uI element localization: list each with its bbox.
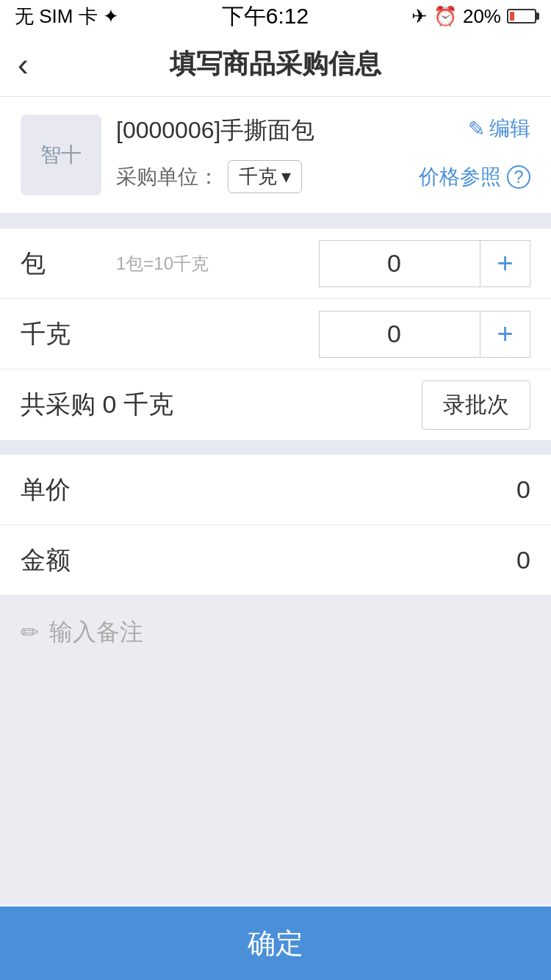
bag-plus-button[interactable]: + [480,240,530,287]
status-left: 无 SIM 卡 ✦ [15,4,119,29]
section-divider-2 [0,440,551,455]
remark-section[interactable]: ✏ 输入备注 [0,596,551,684]
bag-input-row: 包 1包=10千克 + [0,228,551,299]
kg-input-row: 千克 + [0,299,551,370]
unit-price-value: 0 [516,475,530,504]
status-bar: 无 SIM 卡 ✦ 下午6:12 ✈ ⏰ 20% [0,0,551,32]
product-meta: 采购单位： 千克 ▾ 价格参照 ? [116,160,530,193]
confirm-button[interactable]: 确定 [0,907,551,980]
bag-field-wrap: + [209,240,530,287]
product-id: [0000006] [116,117,220,143]
location-icon: ✈ [411,5,428,28]
unit-price-row: 单价 0 [0,455,551,525]
summary-label: 共采购 0 千克 [21,388,173,422]
input-section: 包 1包=10千克 + 千克 + 共采购 0 千克 录批次 [0,228,551,440]
bag-sublabel: 1包=10千克 [116,252,209,275]
kg-label: 千克 [21,317,109,351]
edit-button[interactable]: ✎ 编辑 [468,115,530,143]
product-thumbnail: 智十 [21,115,101,195]
kg-field-wrap: + [109,311,530,358]
unit-label: 采购单位： [116,163,219,191]
price-section: 单价 0 金额 0 [0,455,551,596]
pencil-icon: ✏ [21,619,39,645]
unit-row: 采购单位： 千克 ▾ [116,160,302,193]
back-button[interactable]: ‹ [18,48,29,81]
product-title: 手撕面包 [220,117,314,143]
status-right: ✈ ⏰ 20% [411,5,536,28]
help-icon: ? [507,165,530,189]
price-ref-button[interactable]: 价格参照 ? [419,163,530,191]
status-time: 下午6:12 [222,1,309,32]
sim-label: 无 SIM 卡 ✦ [15,4,119,29]
battery-indicator [507,9,536,24]
unit-select[interactable]: 千克 ▾ [228,160,302,193]
kg-plus-button[interactable]: + [480,311,530,358]
amount-row: 金额 0 [0,525,551,596]
chevron-down-icon: ▾ [281,165,291,188]
product-card: 智十 [0000006]手撕面包 ✎ 编辑 采购单位： 千克 ▾ 价格参照 ? [0,97,551,214]
kg-input[interactable] [319,311,480,358]
edit-icon: ✎ [468,117,485,141]
record-batch-button[interactable]: 录批次 [422,381,530,430]
page-title: 填写商品采购信息 [170,46,381,82]
unit-value: 千克 [239,164,277,190]
price-ref-label: 价格参照 [419,163,501,191]
unit-price-label: 单价 [21,473,71,507]
summary-row: 共采购 0 千克 录批次 [0,370,551,440]
amount-value: 0 [516,546,530,574]
amount-label: 金额 [21,544,71,577]
bag-input[interactable] [319,240,480,287]
product-info: [0000006]手撕面包 ✎ 编辑 采购单位： 千克 ▾ 价格参照 ? [116,115,530,193]
bag-label: 包 [21,247,109,281]
product-top-row: [0000006]手撕面包 ✎ 编辑 [116,115,530,147]
alarm-icon: ⏰ [433,5,457,28]
battery-percent: 20% [463,5,501,28]
product-name: [0000006]手撕面包 [116,115,314,147]
product-logo: 智十 [40,143,82,167]
bottom-area [0,684,551,904]
remark-placeholder: 输入备注 [49,616,143,649]
nav-bar: ‹ 填写商品采购信息 [0,32,551,97]
edit-label: 编辑 [489,115,530,143]
section-divider-1 [0,214,551,228]
